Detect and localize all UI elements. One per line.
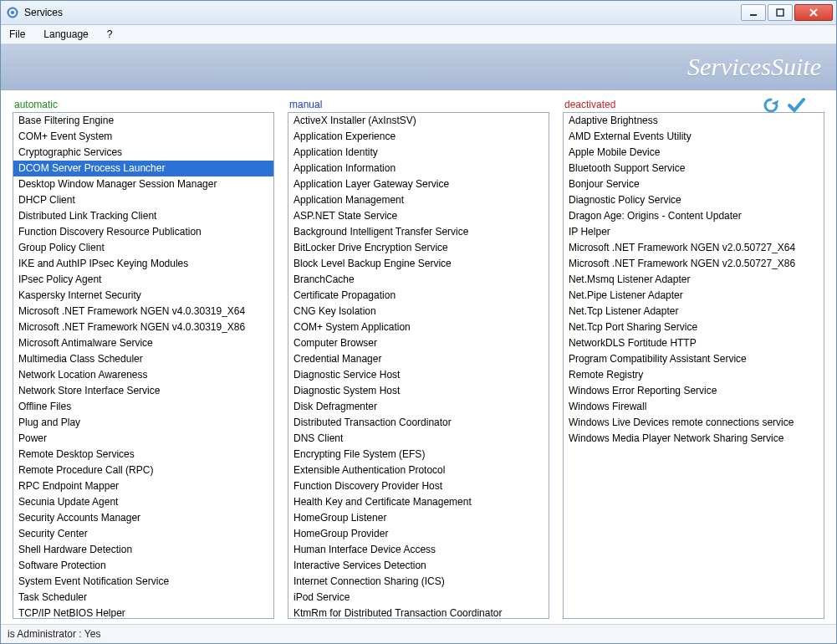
list-item[interactable]: Extensible Authentication Protocol — [288, 463, 549, 478]
list-automatic[interactable]: Base Filtering EngineCOM+ Event SystemCr… — [13, 112, 274, 619]
list-item[interactable]: BitLocker Drive Encryption Service — [288, 240, 549, 256]
app-window: Services File Language ? ServicesSuite — [0, 0, 837, 644]
list-item[interactable]: Software Protection — [13, 558, 273, 574]
list-item[interactable]: Security Center — [13, 526, 273, 542]
list-item[interactable]: Background Intelligent Transfer Service — [288, 224, 549, 240]
close-button[interactable] — [794, 4, 833, 21]
list-item[interactable]: Secunia Update Agent — [13, 494, 273, 510]
list-item[interactable]: Remote Desktop Services — [13, 447, 273, 463]
list-item[interactable]: Windows Media Player Network Sharing Ser… — [564, 431, 824, 447]
list-item[interactable]: NetworkDLS Fortitude HTTP — [564, 335, 824, 351]
list-item[interactable]: Distributed Transaction Coordinator — [288, 415, 549, 431]
list-item[interactable]: Apple Mobile Device — [564, 145, 824, 161]
menu-language[interactable]: Language — [40, 27, 91, 42]
list-item[interactable]: AMD External Events Utility — [564, 129, 824, 145]
list-manual[interactable]: ActiveX Installer (AxInstSV)Application … — [288, 112, 549, 619]
list-item[interactable]: Base Filtering Engine — [13, 113, 273, 129]
list-item[interactable]: IP Helper — [564, 224, 824, 240]
list-item[interactable]: Task Scheduler — [13, 590, 273, 606]
list-item[interactable]: System Event Notification Service — [13, 574, 273, 590]
list-item[interactable]: Network Location Awareness — [13, 367, 273, 383]
list-item[interactable]: Cryptographic Services — [13, 145, 273, 161]
menu-file[interactable]: File — [6, 27, 28, 42]
list-item[interactable]: Security Accounts Manager — [13, 510, 273, 526]
list-item[interactable]: Desktop Window Manager Session Manager — [13, 176, 273, 192]
content-area: automatic manual deactivated Base Filter… — [1, 90, 836, 624]
list-item[interactable]: IKE and AuthIP IPsec Keying Modules — [13, 256, 273, 272]
list-item[interactable]: COM+ System Application — [288, 319, 549, 335]
list-item[interactable]: Multimedia Class Scheduler — [13, 351, 273, 367]
list-item[interactable]: Microsoft Antimalware Service — [13, 335, 273, 351]
list-item[interactable]: DCOM Server Process Launcher — [13, 161, 273, 176]
list-item[interactable]: Credential Manager — [288, 351, 549, 367]
list-item[interactable]: Human Interface Device Access — [288, 542, 549, 558]
list-item[interactable]: Function Discovery Resource Publication — [13, 224, 273, 240]
list-item[interactable]: HomeGroup Provider — [288, 526, 549, 542]
list-item[interactable]: Encrypting File System (EFS) — [288, 447, 549, 463]
list-item[interactable]: Health Key and Certificate Management — [288, 494, 549, 510]
list-item[interactable]: iPod Service — [288, 590, 549, 606]
list-item[interactable]: Microsoft .NET Framework NGEN v4.0.30319… — [13, 304, 273, 319]
column-headers-row: automatic manual deactivated — [13, 99, 824, 112]
list-item[interactable]: DNS Client — [288, 431, 549, 447]
list-item[interactable]: Plug and Play — [13, 415, 273, 431]
list-item[interactable]: Dragon Age: Origins - Content Updater — [564, 208, 824, 224]
list-item[interactable]: Group Policy Client — [13, 240, 273, 256]
list-item[interactable]: ASP.NET State Service — [288, 208, 549, 224]
list-item[interactable]: BranchCache — [288, 272, 549, 288]
list-item[interactable]: KtmRm for Distributed Transaction Coordi… — [288, 606, 549, 619]
list-item[interactable]: Program Compatibility Assistant Service — [564, 351, 824, 367]
list-item[interactable]: Power — [13, 431, 273, 447]
app-icon — [6, 6, 19, 19]
list-item[interactable]: Application Management — [288, 192, 549, 208]
list-item[interactable]: Kaspersky Internet Security — [13, 288, 273, 304]
list-item[interactable]: Offline Files — [13, 399, 273, 415]
list-item[interactable]: Block Level Backup Engine Service — [288, 256, 549, 272]
list-item[interactable]: Net.Tcp Port Sharing Service — [564, 319, 824, 335]
menu-help[interactable]: ? — [104, 27, 116, 42]
list-item[interactable]: Remote Procedure Call (RPC) — [13, 463, 273, 478]
list-item[interactable]: Net.Tcp Listener Adapter — [564, 304, 824, 319]
minimize-button[interactable] — [741, 4, 766, 21]
list-item[interactable]: Bluetooth Support Service — [564, 161, 824, 176]
list-item[interactable]: Certificate Propagation — [288, 288, 549, 304]
list-item[interactable]: Computer Browser — [288, 335, 549, 351]
list-item[interactable]: Interactive Services Detection — [288, 558, 549, 574]
list-item[interactable]: Application Identity — [288, 145, 549, 161]
list-item[interactable]: DHCP Client — [13, 192, 273, 208]
list-item[interactable]: RPC Endpoint Mapper — [13, 478, 273, 494]
list-item[interactable]: Diagnostic System Host — [288, 383, 549, 399]
list-item[interactable]: Diagnostic Policy Service — [564, 192, 824, 208]
list-item[interactable]: Application Experience — [288, 129, 549, 145]
list-item[interactable]: Network Store Interface Service — [13, 383, 273, 399]
list-item[interactable]: Windows Firewall — [564, 399, 824, 415]
list-item[interactable]: Application Information — [288, 161, 549, 176]
list-item[interactable]: Microsoft .NET Framework NGEN v2.0.50727… — [564, 256, 824, 272]
list-item[interactable]: TCP/IP NetBIOS Helper — [13, 606, 273, 619]
confirm-check-icon[interactable] — [786, 95, 806, 115]
list-item[interactable]: COM+ Event System — [13, 129, 273, 145]
list-item[interactable]: Net.Pipe Listener Adapter — [564, 288, 824, 304]
list-item[interactable]: Disk Defragmenter — [288, 399, 549, 415]
list-item[interactable]: Microsoft .NET Framework NGEN v4.0.30319… — [13, 319, 273, 335]
menubar: File Language ? — [1, 25, 836, 44]
list-deactivated[interactable]: Adaptive BrightnessAMD External Events U… — [563, 112, 824, 619]
list-item[interactable]: Diagnostic Service Host — [288, 367, 549, 383]
list-item[interactable]: Windows Live Devices remote connections … — [564, 415, 824, 431]
list-item[interactable]: Function Discovery Provider Host — [288, 478, 549, 494]
list-item[interactable]: Remote Registry — [564, 367, 824, 383]
list-item[interactable]: Bonjour Service — [564, 176, 824, 192]
list-item[interactable]: IPsec Policy Agent — [13, 272, 273, 288]
list-item[interactable]: Windows Error Reporting Service — [564, 383, 824, 399]
list-item[interactable]: CNG Key Isolation — [288, 304, 549, 319]
list-item[interactable]: Shell Hardware Detection — [13, 542, 273, 558]
list-item[interactable]: Distributed Link Tracking Client — [13, 208, 273, 224]
maximize-button[interactable] — [768, 4, 793, 21]
refresh-icon[interactable] — [761, 95, 781, 115]
list-item[interactable]: Net.Msmq Listener Adapter — [564, 272, 824, 288]
list-item[interactable]: Internet Connection Sharing (ICS) — [288, 574, 549, 590]
list-item[interactable]: Application Layer Gateway Service — [288, 176, 549, 192]
list-item[interactable]: ActiveX Installer (AxInstSV) — [288, 113, 549, 129]
list-item[interactable]: HomeGroup Listener — [288, 510, 549, 526]
list-item[interactable]: Microsoft .NET Framework NGEN v2.0.50727… — [564, 240, 824, 256]
